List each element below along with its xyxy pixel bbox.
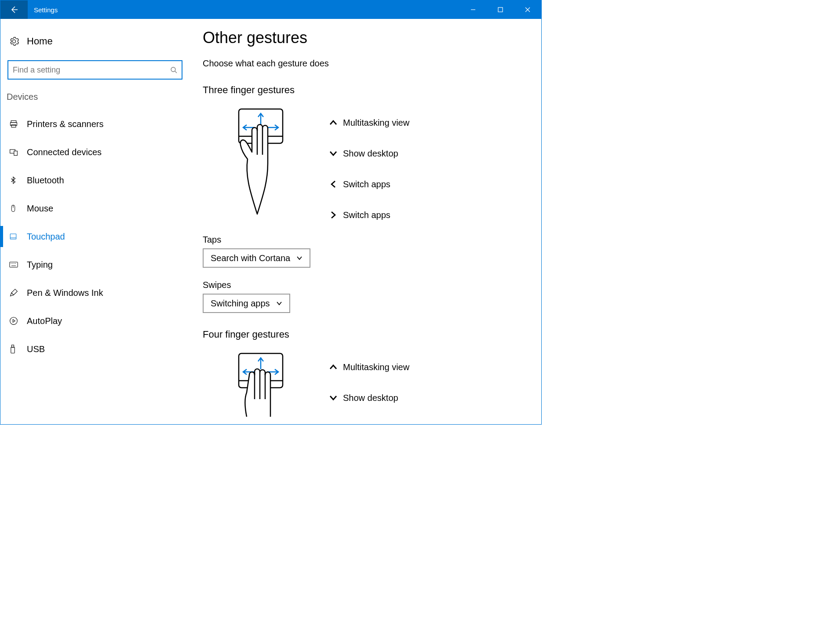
sidebar-item-label: Connected devices [27, 147, 102, 157]
gesture-action-row: Switch apps [324, 200, 409, 230]
chevron-down-icon [324, 395, 343, 400]
devices-icon [9, 148, 27, 156]
gesture-action-row: Show desktop [324, 382, 409, 413]
sidebar-item-printers[interactable]: Printers & scanners [0, 110, 190, 138]
gesture-action-label: Show desktop [343, 393, 398, 403]
sidebar-item-label: Printers & scanners [27, 119, 104, 129]
sidebar-item-autoplay[interactable]: AutoPlay [0, 307, 190, 335]
search-icon [170, 66, 177, 73]
sidebar-item-label: Typing [27, 260, 53, 270]
chevron-up-icon [324, 120, 343, 125]
svg-rect-11 [10, 262, 18, 267]
three-finger-diagram [220, 106, 302, 230]
gesture-action-label: Switch apps [343, 210, 390, 220]
gesture-action-label: Multitasking view [343, 362, 409, 372]
autoplay-icon [9, 317, 27, 325]
gesture-action-row: Multitasking view [324, 107, 409, 138]
chevron-right-icon [324, 211, 343, 219]
chevron-down-icon [276, 301, 282, 306]
home-label: Home [27, 36, 53, 47]
chevron-down-icon [324, 151, 343, 156]
chevron-left-icon [324, 180, 343, 188]
sidebar-item-label: USB [27, 344, 45, 354]
four-finger-diagram [220, 351, 302, 417]
main-panel: Other gestures Choose what each gesture … [190, 19, 541, 424]
mouse-icon [9, 204, 27, 213]
svg-rect-6 [14, 151, 18, 156]
gear-icon [9, 36, 27, 46]
svg-rect-4 [11, 125, 16, 127]
sidebar-item-mouse[interactable]: Mouse [0, 194, 190, 222]
back-arrow-icon [10, 5, 18, 14]
sidebar-item-pen[interactable]: Pen & Windows Ink [0, 279, 190, 307]
window-title: Settings [28, 6, 58, 14]
page-subtitle: Choose what each gesture does [203, 58, 528, 69]
gesture-action-row: Show desktop [324, 138, 409, 169]
sidebar-item-typing[interactable]: Typing [0, 251, 190, 279]
sidebar-item-usb[interactable]: USB [0, 335, 190, 363]
pen-icon [9, 288, 27, 297]
gesture-action-label: Show desktop [343, 149, 398, 159]
back-button[interactable] [0, 0, 28, 19]
svg-rect-9 [10, 234, 16, 239]
maximize-button[interactable] [487, 0, 514, 19]
close-icon [525, 7, 530, 12]
sidebar-item-label: Mouse [27, 204, 53, 214]
sidebar: Home Devices Printers & scanners Connect… [0, 19, 190, 424]
sidebar-item-label: AutoPlay [27, 316, 62, 326]
svg-point-1 [171, 67, 175, 72]
search-box[interactable] [7, 60, 182, 80]
gesture-action-label: Switch apps [343, 179, 390, 189]
gesture-action-label: Multitasking view [343, 118, 409, 128]
gesture-action-row: Multitasking view [324, 352, 409, 382]
svg-rect-0 [498, 7, 503, 12]
keyboard-icon [9, 261, 27, 268]
sidebar-item-connected-devices[interactable]: Connected devices [0, 138, 190, 166]
touchpad-icon [9, 233, 27, 240]
usb-icon [9, 345, 27, 353]
three-finger-heading: Three finger gestures [203, 84, 528, 96]
sidebar-item-label: Pen & Windows Ink [27, 288, 103, 298]
sidebar-item-label: Touchpad [27, 232, 65, 242]
svg-rect-19 [11, 347, 15, 353]
swipes-value: Switching apps [211, 298, 270, 309]
titlebar: Settings [0, 0, 541, 19]
svg-rect-18 [12, 345, 14, 347]
taps-value: Search with Cortana [211, 253, 290, 263]
minimize-button[interactable] [459, 0, 487, 19]
close-button[interactable] [514, 0, 541, 19]
gesture-action-row: Switch apps [324, 169, 409, 200]
chevron-up-icon [324, 364, 343, 370]
sidebar-item-touchpad[interactable]: Touchpad [0, 222, 190, 251]
sidebar-item-bluetooth[interactable]: Bluetooth [0, 166, 190, 194]
bluetooth-icon [9, 176, 27, 184]
four-finger-heading: Four finger gestures [203, 329, 528, 340]
search-input[interactable] [13, 65, 170, 75]
home-link[interactable]: Home [0, 30, 190, 52]
svg-rect-2 [11, 121, 16, 123]
page-title: Other gestures [203, 29, 528, 47]
sidebar-group-heading: Devices [0, 92, 190, 102]
sidebar-item-label: Bluetooth [27, 175, 64, 186]
taps-label: Taps [203, 235, 528, 245]
minimize-icon [470, 7, 476, 12]
taps-dropdown[interactable]: Search with Cortana [203, 248, 310, 268]
printer-icon [9, 120, 27, 128]
swipes-label: Swipes [203, 280, 528, 290]
chevron-down-icon [296, 256, 303, 260]
maximize-icon [498, 7, 503, 12]
svg-point-17 [10, 317, 18, 325]
swipes-dropdown[interactable]: Switching apps [203, 294, 290, 313]
